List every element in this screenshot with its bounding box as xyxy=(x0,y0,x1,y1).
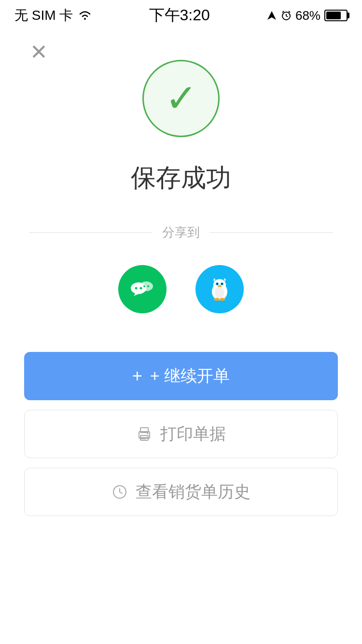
qq-logo xyxy=(207,276,233,303)
status-bar: 无 SIM 卡 下午3:20 68% xyxy=(0,0,362,31)
location-icon xyxy=(266,10,277,21)
continue-label: + 继续开单 xyxy=(150,365,230,387)
svg-line-3 xyxy=(282,11,284,13)
svg-point-7 xyxy=(135,287,138,290)
svg-point-6 xyxy=(139,281,153,291)
status-time: 下午3:20 xyxy=(149,5,210,26)
continue-plus-icon: + xyxy=(132,366,142,386)
svg-point-19 xyxy=(214,298,220,301)
history-icon xyxy=(111,484,128,500)
divider-line-right xyxy=(209,232,333,233)
wechat-share-button[interactable] xyxy=(118,265,167,313)
history-label: 查看销货单历史 xyxy=(136,481,251,503)
svg-point-9 xyxy=(143,285,145,287)
svg-point-18 xyxy=(215,287,224,298)
qq-share-button[interactable] xyxy=(195,265,244,313)
buttons-section: + + 继续开单 打印单据 查看销货单历史 xyxy=(0,352,362,516)
status-left: 无 SIM 卡 xyxy=(14,6,92,25)
svg-point-20 xyxy=(220,298,225,301)
svg-point-15 xyxy=(216,283,218,284)
share-label: 分享到 xyxy=(162,224,200,241)
svg-line-2 xyxy=(286,16,288,17)
continue-button[interactable]: + + 继续开单 xyxy=(24,352,338,400)
share-divider: 分享到 xyxy=(0,224,362,241)
main-content: ✓ 保存成功 分享到 xyxy=(0,31,362,516)
close-button[interactable]: ✕ xyxy=(24,38,53,67)
printer-icon xyxy=(136,426,153,442)
checkmark-icon: ✓ xyxy=(165,79,197,118)
svg-line-4 xyxy=(289,11,290,13)
status-right: 68% xyxy=(266,8,348,23)
sim-status: 无 SIM 卡 xyxy=(14,6,73,25)
alarm-icon xyxy=(281,10,292,21)
svg-line-29 xyxy=(120,492,122,493)
svg-point-8 xyxy=(140,287,142,290)
battery-percent: 68% xyxy=(295,8,320,23)
wifi-icon xyxy=(78,10,92,21)
print-label: 打印单据 xyxy=(160,423,226,445)
share-icons xyxy=(118,265,244,313)
success-circle: ✓ xyxy=(142,60,220,137)
history-button[interactable]: 查看销货单历史 xyxy=(24,468,338,516)
success-title: 保存成功 xyxy=(131,161,231,195)
svg-point-10 xyxy=(147,285,149,287)
print-button[interactable]: 打印单据 xyxy=(24,410,338,458)
wechat-logo xyxy=(128,275,157,304)
svg-point-16 xyxy=(221,283,223,284)
svg-point-26 xyxy=(147,433,149,434)
battery-icon xyxy=(324,10,348,21)
close-icon: ✕ xyxy=(30,42,48,63)
divider-line-left xyxy=(29,232,153,233)
